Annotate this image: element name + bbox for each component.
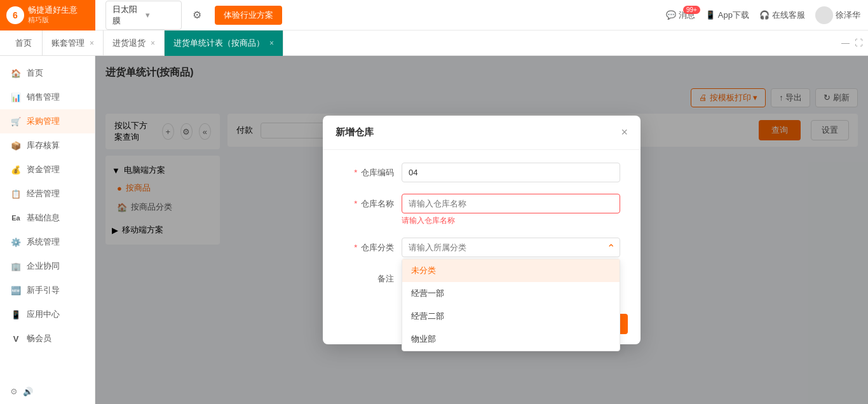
tab-minimize-icon[interactable]: — xyxy=(841,38,850,48)
app-download-btn[interactable]: 📱 App下载 xyxy=(705,10,749,21)
sidebar-item-member[interactable]: V 畅会员 xyxy=(0,327,95,351)
code-field xyxy=(402,163,620,182)
category-row: * 仓库分类 ⌃ 未分类 xyxy=(343,238,620,257)
dropdown-arrow-icon: ▾ xyxy=(146,10,175,20)
sidebar-item-appcenter[interactable]: 📱 应用中心 xyxy=(0,302,95,327)
sidebar-item-purchase[interactable]: 🛒 采购管理 xyxy=(0,109,95,133)
name-label: * 仓库名称 xyxy=(343,194,394,210)
sidebar-bottom: ⚙ 🔊 xyxy=(0,379,95,404)
sidebar-setting-icon[interactable]: ⚙ xyxy=(10,387,18,396)
dropdown-item-dept2[interactable]: 经营二部 xyxy=(402,305,620,328)
system-icon: ⚙️ xyxy=(10,236,22,248)
experience-btn[interactable]: 体验行业方案 xyxy=(215,6,282,25)
headset-icon: 🎧 xyxy=(759,10,770,20)
online-service-btn[interactable]: 🎧 在线客服 xyxy=(759,10,805,21)
sidebar-item-sales[interactable]: 📊 销售管理 xyxy=(0,85,95,109)
top-header: 6 畅捷通好生意 精巧版 日太阳膜 ▾ ⚙ 体验行业方案 💬 消息 99+ 📱 … xyxy=(0,0,868,30)
tab-expand-icon[interactable]: ⛶ xyxy=(855,38,863,48)
category-label: * 仓库分类 xyxy=(343,238,394,253)
modal-close-btn[interactable]: × xyxy=(621,126,628,139)
logo-sub: 精巧版 xyxy=(28,15,78,25)
tab-close-accounts[interactable]: × xyxy=(90,39,94,48)
mobile-icon: 📱 xyxy=(705,10,715,20)
tab-accounts[interactable]: 账套管理 × xyxy=(43,30,104,56)
category-dropdown: 未分类 经营一部 经营二部 物业部 xyxy=(402,259,620,351)
main-layout: 🏠 首页 📊 销售管理 🛒 采购管理 📦 库存核算 💰 资金管理 📋 经营管理 … xyxy=(0,56,868,404)
code-label: * 仓库编码 xyxy=(343,163,394,178)
sidebar-item-enterprise[interactable]: 🏢 企业协同 xyxy=(0,254,95,278)
tab-purchase-return[interactable]: 进货退货 × xyxy=(104,30,165,56)
dropdown-item-property[interactable]: 物业部 xyxy=(402,328,620,351)
settings-icon[interactable]: ⚙ xyxy=(187,5,207,25)
sidebar-item-newbie[interactable]: 🆕 新手引导 xyxy=(0,278,95,302)
category-input[interactable] xyxy=(402,238,620,257)
messages-btn[interactable]: 💬 消息 99+ xyxy=(666,10,695,21)
tab-home[interactable]: 首页 xyxy=(5,30,43,56)
logo-icon: 6 xyxy=(6,6,24,24)
sales-icon: 📊 xyxy=(10,91,22,103)
sidebar: 🏠 首页 📊 销售管理 🛒 采购管理 📦 库存核算 💰 资金管理 📋 经营管理 … xyxy=(0,56,95,404)
user-profile-btn[interactable]: 徐泽华 xyxy=(815,6,860,24)
logo-text: 畅捷通好生意 xyxy=(28,5,78,16)
message-icon: 💬 xyxy=(666,10,676,20)
modal-overlay: 新增仓库 × * 仓库编码 xyxy=(95,56,868,404)
category-field: ⌃ 未分类 经营一部 经营二部 xyxy=(402,238,620,257)
name-field: 请输入仓库名称 xyxy=(402,194,620,226)
finance-icon: 💰 xyxy=(10,164,22,175)
tab-bar-actions: — ⛶ xyxy=(841,38,863,48)
inventory-icon: 📦 xyxy=(10,140,22,151)
sidebar-item-home[interactable]: 🏠 首页 xyxy=(0,61,95,85)
name-error-msg: 请输入仓库名称 xyxy=(402,215,620,226)
member-icon: V xyxy=(10,333,22,344)
store-name: 日太阳膜 xyxy=(112,4,142,27)
name-row: * 仓库名称 请输入仓库名称 xyxy=(343,194,620,226)
name-input[interactable] xyxy=(402,194,620,213)
modal-body: * 仓库编码 * 仓库名称 xyxy=(323,150,641,306)
sidebar-item-system[interactable]: ⚙️ 系统管理 xyxy=(0,230,95,254)
note-label: 备注 xyxy=(343,269,394,285)
header-right: 💬 消息 99+ 📱 App下载 🎧 在线客服 徐泽华 xyxy=(666,6,860,24)
sidebar-item-basicinfo[interactable]: Ea 基础信息 xyxy=(0,206,95,230)
message-badge: 99+ xyxy=(683,6,700,14)
add-warehouse-modal: 新增仓库 × * 仓库编码 xyxy=(323,116,641,344)
modal-title: 新增仓库 xyxy=(336,126,374,138)
tab-bar: 首页 账套管理 × 进货退货 × 进货单统计表（按商品） × — ⛶ xyxy=(0,30,868,56)
code-row: * 仓库编码 xyxy=(343,163,620,182)
tab-purchase-stats[interactable]: 进货单统计表（按商品） × xyxy=(165,30,283,56)
avatar xyxy=(815,6,833,24)
basicinfo-icon: Ea xyxy=(10,212,22,224)
tab-close-purchase-return[interactable]: × xyxy=(151,39,155,48)
newbie-icon: 🆕 xyxy=(10,285,22,296)
category-toggle-icon[interactable]: ⌃ xyxy=(607,241,615,253)
sidebar-item-finance[interactable]: 💰 资金管理 xyxy=(0,158,95,182)
tab-close-purchase-stats[interactable]: × xyxy=(269,39,274,48)
code-input[interactable] xyxy=(402,163,620,182)
dropdown-item-none[interactable]: 未分类 xyxy=(402,259,620,282)
content-area: 进货单统计(按商品) 🖨 按模板打印 ▾ ↑ 导出 ↻ 刷新 按以下方案查询 xyxy=(95,56,868,404)
sidebar-audio-icon[interactable]: 🔊 xyxy=(23,387,33,396)
dropdown-item-dept1[interactable]: 经营一部 xyxy=(402,282,620,305)
operation-icon: 📋 xyxy=(10,188,22,199)
home-icon: 🏠 xyxy=(10,67,22,79)
appcenter-icon: 📱 xyxy=(10,309,22,320)
enterprise-icon: 🏢 xyxy=(10,260,22,272)
modal-header: 新增仓库 × xyxy=(323,116,641,150)
store-selector[interactable]: 日太阳膜 ▾ xyxy=(105,1,182,30)
sidebar-item-inventory[interactable]: 📦 库存核算 xyxy=(0,133,95,158)
sidebar-item-operation[interactable]: 📋 经营管理 xyxy=(0,182,95,206)
logo-area: 6 畅捷通好生意 精巧版 xyxy=(0,0,95,30)
purchase-icon: 🛒 xyxy=(10,116,22,127)
